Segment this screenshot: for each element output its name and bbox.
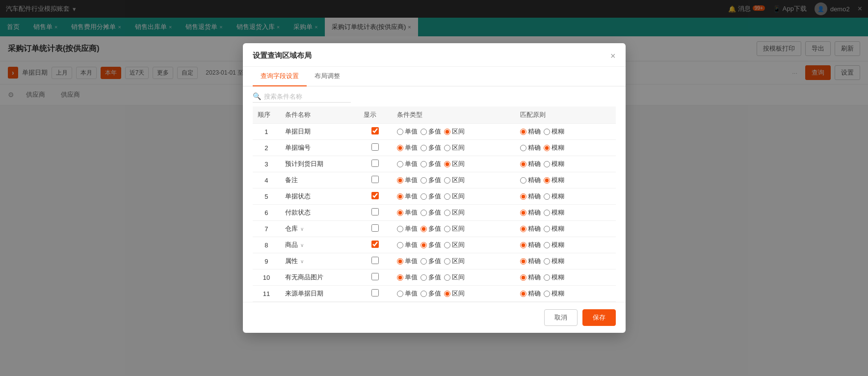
row-show[interactable] <box>359 188 392 205</box>
type-type_range-label[interactable]: 区间 <box>444 208 465 217</box>
match-match_fuzzy-radio[interactable] <box>544 161 550 167</box>
type-type_multi-label[interactable]: 多值 <box>421 192 441 201</box>
match-match_exact-label[interactable]: 精确 <box>520 143 541 152</box>
save-button[interactable]: 保存 <box>582 309 616 326</box>
type-type_range-label[interactable]: 区间 <box>444 127 465 136</box>
show-checkbox[interactable] <box>371 127 379 134</box>
match-match_fuzzy-radio[interactable] <box>544 242 550 248</box>
type-type_range-radio[interactable] <box>444 258 450 265</box>
row-show[interactable] <box>359 205 392 221</box>
type-type_range-label[interactable]: 区间 <box>444 257 465 266</box>
type-type_single-label[interactable]: 单值 <box>397 143 418 152</box>
match-match_fuzzy-radio[interactable] <box>544 177 550 184</box>
type-type_single-radio[interactable] <box>397 274 403 281</box>
type-type_multi-radio[interactable] <box>421 145 427 151</box>
show-checkbox[interactable] <box>371 241 379 248</box>
show-checkbox[interactable] <box>371 192 379 199</box>
type-type_range-radio[interactable] <box>444 129 450 135</box>
show-checkbox[interactable] <box>371 208 379 215</box>
type-type_range-radio[interactable] <box>444 145 450 151</box>
match-match_exact-label[interactable]: 精确 <box>520 224 541 233</box>
match-match_fuzzy-label[interactable]: 模糊 <box>544 224 564 233</box>
type-type_multi-label[interactable]: 多值 <box>421 143 441 152</box>
type-type_multi-radio[interactable] <box>421 177 427 184</box>
match-match_fuzzy-label[interactable]: 模糊 <box>544 208 564 217</box>
type-type_single-label[interactable]: 单值 <box>397 289 418 298</box>
type-type_multi-label[interactable]: 多值 <box>421 127 441 136</box>
match-match_exact-label[interactable]: 精确 <box>520 257 541 266</box>
type-type_multi-radio[interactable] <box>421 161 427 167</box>
match-match_fuzzy-label[interactable]: 模糊 <box>544 127 564 136</box>
row-show[interactable] <box>359 156 392 172</box>
type-type_multi-radio[interactable] <box>421 258 427 265</box>
type-type_single-radio[interactable] <box>397 210 403 216</box>
show-checkbox[interactable] <box>371 273 379 280</box>
search-input[interactable] <box>264 93 342 100</box>
type-type_multi-radio[interactable] <box>421 129 427 135</box>
type-type_multi-radio[interactable] <box>421 242 427 248</box>
type-type_single-label[interactable]: 单值 <box>397 127 418 136</box>
match-match_exact-label[interactable]: 精确 <box>520 273 541 282</box>
type-type_single-radio[interactable] <box>397 145 403 151</box>
type-type_single-radio[interactable] <box>397 129 403 135</box>
type-type_range-radio[interactable] <box>444 274 450 281</box>
type-type_range-label[interactable]: 区间 <box>444 160 465 168</box>
type-type_range-label[interactable]: 区间 <box>444 143 465 152</box>
match-match_fuzzy-radio[interactable] <box>544 291 550 297</box>
type-type_range-radio[interactable] <box>444 193 450 200</box>
type-type_single-label[interactable]: 单值 <box>397 208 418 217</box>
type-type_single-radio[interactable] <box>397 291 403 297</box>
row-show[interactable] <box>359 221 392 237</box>
match-match_fuzzy-label[interactable]: 模糊 <box>544 143 564 152</box>
match-match_exact-label[interactable]: 精确 <box>520 241 541 249</box>
type-type_single-radio[interactable] <box>397 177 403 184</box>
match-match_fuzzy-label[interactable]: 模糊 <box>544 257 564 266</box>
match-match_fuzzy-radio[interactable] <box>544 129 550 135</box>
type-type_multi-radio[interactable] <box>421 291 427 297</box>
match-match_exact-radio[interactable] <box>520 210 526 216</box>
match-match_exact-radio[interactable] <box>520 193 526 200</box>
show-checkbox[interactable] <box>371 160 379 167</box>
type-type_single-label[interactable]: 单值 <box>397 176 418 185</box>
type-type_multi-radio[interactable] <box>421 274 427 281</box>
type-type_multi-label[interactable]: 多值 <box>421 208 441 217</box>
type-type_range-radio[interactable] <box>444 210 450 216</box>
show-checkbox[interactable] <box>371 289 379 296</box>
type-type_single-radio[interactable] <box>397 193 403 200</box>
row-show[interactable] <box>359 286 392 302</box>
match-match_exact-radio[interactable] <box>520 226 526 232</box>
row-show[interactable] <box>359 269 392 286</box>
type-type_range-label[interactable]: 区间 <box>444 241 465 249</box>
match-match_exact-radio[interactable] <box>520 242 526 248</box>
match-match_fuzzy-label[interactable]: 模糊 <box>544 241 564 249</box>
type-type_range-label[interactable]: 区间 <box>444 224 465 233</box>
type-type_multi-label[interactable]: 多值 <box>421 176 441 185</box>
type-type_range-label[interactable]: 区间 <box>444 176 465 185</box>
type-type_range-radio[interactable] <box>444 291 450 297</box>
type-type_range-label[interactable]: 区间 <box>444 273 465 282</box>
match-match_exact-radio[interactable] <box>520 129 526 135</box>
type-type_single-label[interactable]: 单值 <box>397 257 418 266</box>
type-type_multi-label[interactable]: 多值 <box>421 160 441 168</box>
type-type_multi-label[interactable]: 多值 <box>421 273 441 282</box>
match-match_fuzzy-label[interactable]: 模糊 <box>544 273 564 282</box>
match-match_exact-radio[interactable] <box>520 145 526 151</box>
type-type_single-label[interactable]: 单值 <box>397 241 418 249</box>
row-show[interactable] <box>359 172 392 188</box>
cancel-button[interactable]: 取消 <box>544 309 578 326</box>
match-match_exact-label[interactable]: 精确 <box>520 208 541 217</box>
match-match_exact-label[interactable]: 精确 <box>520 176 541 185</box>
type-type_range-label[interactable]: 区间 <box>444 192 465 201</box>
dialog-close-button[interactable]: × <box>610 52 616 60</box>
match-match_exact-radio[interactable] <box>520 274 526 281</box>
tab-layout[interactable]: 布局调整 <box>307 67 348 86</box>
row-show[interactable] <box>359 140 392 156</box>
show-checkbox[interactable] <box>371 224 379 232</box>
match-match_exact-radio[interactable] <box>520 177 526 184</box>
match-match_fuzzy-radio[interactable] <box>544 145 550 151</box>
type-type_range-radio[interactable] <box>444 177 450 184</box>
row-show[interactable] <box>359 253 392 269</box>
match-match_exact-label[interactable]: 精确 <box>520 289 541 298</box>
type-type_range-radio[interactable] <box>444 161 450 167</box>
type-type_multi-radio[interactable] <box>421 193 427 200</box>
